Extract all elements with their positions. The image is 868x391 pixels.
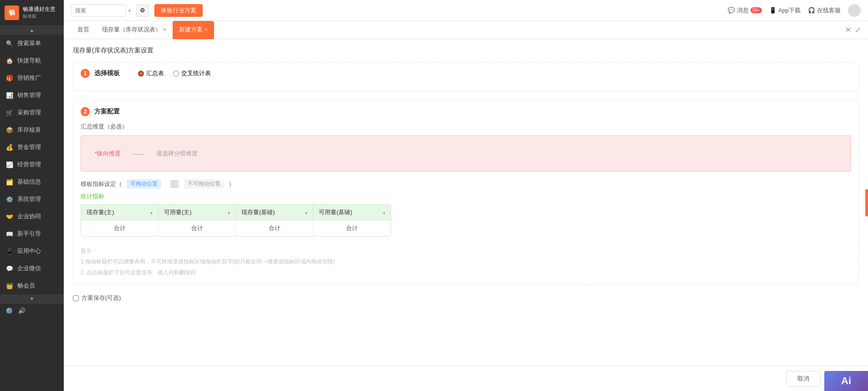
data-cell-2: 合计 xyxy=(158,221,236,236)
sidebar-item-guide[interactable]: 📖 新手引导 xyxy=(0,225,64,242)
section2-title: 方案配置 xyxy=(94,108,120,116)
sound-icon[interactable]: 🔊 xyxy=(18,307,26,314)
col-header-4-label: 可用量(基辅) xyxy=(319,208,352,216)
col-header-1: 现存量(主) xyxy=(81,205,158,220)
search-input[interactable] xyxy=(71,4,126,17)
online-service-btn[interactable]: 🎧 在线客服 xyxy=(808,6,841,15)
messages-btn[interactable]: 💬 消息 99+ xyxy=(728,6,762,15)
close-panel-icon[interactable]: ✕ xyxy=(845,26,851,34)
topbar-left: ⚙ 体验行业方案 xyxy=(71,4,203,17)
sidebar-label-quicknav: 快捷导航 xyxy=(17,57,41,65)
sidebar-item-marketing[interactable]: 🎁 营销推广 xyxy=(0,69,64,87)
inventory-tab-label: 现存量（库存状况表） xyxy=(102,26,161,34)
sidebar-label-marketing: 营销推广 xyxy=(17,74,41,82)
inventory-tab-close[interactable]: × xyxy=(163,26,166,33)
col-3-dropdown-icon[interactable] xyxy=(305,209,307,216)
sidebar-label-sales: 销售管理 xyxy=(17,91,41,99)
indicator-settings-title: 模板指标设定（ 可拖动位置 不可拖动位置 ） xyxy=(81,179,851,189)
app-name: 畅康通好生意 xyxy=(23,6,56,13)
col-header-4: 可用量(基辅) xyxy=(313,205,391,220)
col-1-dropdown-icon[interactable] xyxy=(150,209,153,216)
col-header-3: 现存量(基辅) xyxy=(236,205,313,220)
messages-badge: 99+ xyxy=(751,7,762,13)
col-header-2-label: 可用量(主) xyxy=(164,208,192,216)
new-plan-tab-close[interactable]: × xyxy=(204,26,208,33)
sidebar-label-member: 畅会员 xyxy=(17,282,35,290)
logo-text-area: 畅康通好生意 标准版 xyxy=(23,6,56,20)
sidebar-label-inventory: 库存核算 xyxy=(17,126,41,134)
template-options: 汇总表 交叉统计表 xyxy=(138,69,211,77)
app-download-btn[interactable]: 📱 App下载 xyxy=(769,6,801,15)
sidebar-logo: 畅 畅康通好生意 标准版 xyxy=(0,0,64,26)
app-download-label: App下载 xyxy=(778,6,801,15)
cancel-button[interactable]: 取消 xyxy=(786,371,821,386)
tip-1: 1.拖动标题栏可以调整布局，不可跨维度或指标区域拖动栏目字段(只能在同一维度或指… xyxy=(81,256,851,267)
sidebar-item-inventory[interactable]: 📦 库存核算 xyxy=(0,121,64,139)
sidebar-footer: ⚙️ 🔊 xyxy=(0,303,64,318)
dimension-area[interactable]: *纵向维度 —— 请选择分组维度 xyxy=(81,135,851,172)
sidebar-item-search[interactable]: 🔍 搜索菜单 xyxy=(0,35,64,52)
tab-new-plan[interactable]: 新建方案 × xyxy=(173,21,214,39)
sidebar-item-system[interactable]: ⚙️ 系统管理 xyxy=(0,190,64,208)
col-header-1-label: 现存量(主) xyxy=(87,208,114,216)
guide-icon: 📖 xyxy=(5,230,14,238)
logo-icon: 畅 xyxy=(5,5,19,20)
content-panel: 现存量(库存状况表)方案设置 1 选择模板 汇总表 交叉统计表 xyxy=(64,39,868,366)
online-service-label: 在线客服 xyxy=(817,6,841,15)
sidebar-label-purchase: 采购管理 xyxy=(17,108,41,117)
ai-badge-label: Ai xyxy=(841,375,851,387)
sales-icon: 📊 xyxy=(5,91,14,99)
topbar-gear-button[interactable]: ⚙ xyxy=(136,4,149,17)
indicators-table: 现存量(主) 可用量(主) 现存量(基辅) xyxy=(81,204,391,237)
section2-header: 2 方案配置 xyxy=(81,107,851,116)
col-header-2: 可用量(主) xyxy=(158,205,236,220)
sidebar-item-quicknav[interactable]: 🏠 快捷导航 xyxy=(0,52,64,69)
stat-indicators-label: 统计指标 xyxy=(81,192,851,201)
ai-badge[interactable]: Ai xyxy=(824,371,868,391)
avatar[interactable] xyxy=(848,4,861,17)
tip-2: 2. 点击标题栏下拉可设置排序、插入列和删除列 xyxy=(81,267,851,278)
radio-cross-label: 交叉统计表 xyxy=(181,69,211,77)
tab-inventory[interactable]: 现存量（库存状况表） × xyxy=(96,21,173,39)
settings-icon[interactable]: ⚙️ xyxy=(5,307,13,314)
sidebar-item-sales[interactable]: 📊 销售管理 xyxy=(0,87,64,104)
col-2-dropdown-icon[interactable] xyxy=(228,209,230,216)
tab-home[interactable]: 首页 xyxy=(71,21,96,39)
sidebar-item-wechat[interactable]: 💬 企业微信 xyxy=(0,260,64,277)
sidebar-item-finance[interactable]: 💰 资金管理 xyxy=(0,139,64,156)
topbar-dropdown-icon[interactable] xyxy=(128,7,131,14)
finance-icon: 💰 xyxy=(5,143,14,151)
marketing-icon: 🎁 xyxy=(5,74,14,82)
sidebar-item-basicinfo[interactable]: 🗂️ 基础信息 xyxy=(0,173,64,190)
radio-cross-input[interactable] xyxy=(173,71,179,77)
purchase-icon: 🛒 xyxy=(5,108,14,117)
quicknav-icon: 🏠 xyxy=(5,57,14,65)
draggable-badge: 可拖动位置 xyxy=(127,179,161,189)
sidebar-label-basicinfo: 基础信息 xyxy=(17,178,41,186)
sidebar-item-purchase[interactable]: 🛒 采购管理 xyxy=(0,104,64,121)
expand-icon[interactable]: ⤢ xyxy=(855,26,861,34)
radio-summary[interactable]: 汇总表 xyxy=(138,69,164,77)
sidebar-scroll-up[interactable]: ▲ xyxy=(0,26,64,35)
data-cell-3: 合计 xyxy=(236,221,313,236)
tips-section: 提示： 1.拖动标题栏可以调整布局，不可跨维度或指标区域拖动栏目字段(只能在同一… xyxy=(81,245,851,278)
sidebar-item-member[interactable]: 👑 畅会员 xyxy=(0,277,64,294)
radio-cross[interactable]: 交叉统计表 xyxy=(173,69,211,77)
indicator-settings: 模板指标设定（ 可拖动位置 不可拖动位置 ） 统计指标 现存量(主) xyxy=(81,179,851,238)
radio-summary-input[interactable] xyxy=(138,71,144,77)
experience-btn[interactable]: 体验行业方案 xyxy=(154,4,203,17)
sidebar-item-appcenter[interactable]: 📱 应用中心 xyxy=(0,242,64,260)
save-checkbox[interactable] xyxy=(73,295,79,301)
sidebar-label-finance: 资金管理 xyxy=(17,143,41,151)
sidebar-item-operations[interactable]: 📈 经营管理 xyxy=(0,156,64,173)
sidebar-label-guide: 新手引导 xyxy=(17,230,41,238)
tips-title: 提示： xyxy=(81,247,97,254)
sidebar-scroll-down[interactable]: ▼ xyxy=(0,294,64,303)
scrollbar-stub[interactable] xyxy=(865,189,868,216)
content-area: 现存量(库存状况表)方案设置 1 选择模板 汇总表 交叉统计表 xyxy=(64,39,868,366)
sidebar-item-collab[interactable]: 🤝 企业协同 xyxy=(0,208,64,225)
col-4-dropdown-icon[interactable] xyxy=(383,209,385,216)
tabs-bar: 首页 现存量（库存状况表） × 新建方案 × ✕ ⤢ xyxy=(64,21,868,39)
mobile-icon: 📱 xyxy=(769,7,776,14)
sidebar: 畅 畅康通好生意 标准版 ▲ 🔍 搜索菜单 🏠 快捷导航 🎁 营销推广 📊 销售… xyxy=(0,0,64,391)
